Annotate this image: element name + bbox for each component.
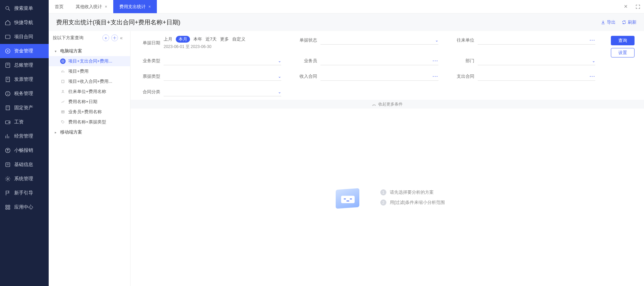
chevron-down-icon: ⌄ — [278, 74, 281, 79]
filter-status-select[interactable]: ⌄ — [320, 36, 438, 45]
scheme-item-s3[interactable]: 项目+收入合同+费用... — [49, 76, 130, 87]
chevron-up-icon: ︽ — [372, 101, 376, 107]
settings-button[interactable]: 设置 — [611, 48, 635, 57]
filter-partner-lookup[interactable]: ··· — [478, 36, 595, 45]
scheme-item-s2[interactable]: 项目+费用 — [49, 66, 130, 76]
filter-salesman-lookup[interactable]: ··· — [320, 56, 438, 65]
wallet-icon — [5, 119, 11, 125]
sidebar-item-system[interactable]: 系统管理 — [0, 172, 49, 186]
collapse-scheme-icon[interactable]: « — [120, 35, 126, 41]
chevron-down-icon: ⌄ — [435, 38, 438, 43]
close-icon[interactable]: × — [148, 4, 151, 9]
gear-icon — [5, 176, 11, 182]
svg-rect-1 — [5, 35, 10, 39]
page-title: 费用支出统计(项目+支出合同+费用名称+日期) — [56, 18, 181, 26]
add-scheme-button[interactable]: + — [102, 34, 109, 41]
page-header: 费用支出统计(项目+支出合同+费用名称+日期) 导出 刷新 — [49, 14, 644, 31]
scheme-settings-button[interactable] — [111, 34, 118, 41]
date-opt-custom[interactable]: 自定义 — [232, 36, 245, 42]
svg-point-11 — [7, 178, 9, 180]
step-badge: 2 — [380, 199, 386, 206]
scheme-item-s7[interactable]: 费用名称+票据类型 — [49, 117, 130, 127]
empty-state: 1请先选择要分析的方案 2用[过滤]条件来缩小分析范围 — [130, 109, 644, 286]
scheme-item-s4[interactable]: 往来单位+费用名称 — [49, 87, 130, 97]
close-all-tabs-button[interactable]: × — [620, 3, 632, 10]
sidebar-item-base[interactable]: 基础信息 — [0, 158, 49, 172]
date-opt-more[interactable]: 更多 — [220, 36, 229, 42]
chevron-down-icon: ⌄ — [278, 90, 281, 94]
ellipsis-icon: ··· — [590, 38, 595, 43]
scheme-item-s5[interactable]: 费用名称+日期 — [49, 97, 130, 107]
svg-rect-19 — [62, 80, 64, 83]
sidebar-item-reimburse[interactable]: 小畅报销 — [0, 143, 49, 158]
svg-rect-10 — [6, 163, 10, 167]
filter-income-contract-lookup[interactable]: ··· — [320, 72, 438, 81]
sidebar-item-guide[interactable]: 新手引导 — [0, 186, 49, 200]
doc-icon — [60, 79, 66, 84]
sidebar-item-manage[interactable]: 经营管理 — [0, 129, 49, 143]
tax-icon — [5, 91, 11, 97]
sidebar-item-quick[interactable]: 快捷导航 — [0, 16, 49, 30]
export-button[interactable]: 导出 — [601, 19, 616, 25]
ellipsis-icon: ··· — [433, 58, 438, 63]
sidebar-item-tax[interactable]: 税务管理 — [0, 87, 49, 101]
date-opt-prev-month[interactable]: 上月 — [164, 36, 172, 42]
tabs-row: 首页 其他收入统计× 费用支出统计× × — [49, 0, 644, 14]
scheme-item-s1[interactable]: 项目+支出合同+费用... — [49, 56, 130, 66]
close-icon[interactable]: × — [105, 4, 107, 9]
refresh-button[interactable]: 刷新 — [622, 19, 637, 25]
chevron-down-icon: ⌄ — [592, 58, 595, 63]
sidebar: 搜索菜单 快捷导航 项目合同 资金管理 总账管理 发票管理 税务管理 固定资产 … — [0, 0, 49, 286]
filter-billtype-select[interactable]: ⌄ — [164, 72, 281, 81]
list-icon — [5, 162, 11, 168]
ellipsis-icon: ··· — [433, 74, 438, 79]
query-button[interactable]: 查询 — [611, 36, 635, 45]
folder-icon — [5, 34, 11, 40]
building-icon — [5, 105, 11, 111]
sidebar-item-search[interactable]: 搜索菜单 — [0, 1, 49, 16]
date-opt-7days[interactable]: 近7天 — [206, 36, 217, 42]
tab-other-income[interactable]: 其他收入统计× — [70, 0, 113, 13]
tab-expense-stats[interactable]: 费用支出统计× — [113, 0, 157, 13]
svg-point-20 — [62, 90, 64, 92]
filters: 单据日期 上月 本月 本年 近7天 更多 自定义 2023-06-01 至 20… — [130, 31, 644, 98]
fullscreen-icon[interactable] — [632, 4, 644, 9]
filter-biztype-select[interactable]: ⌄ — [164, 56, 281, 65]
svg-point-5 — [5, 91, 10, 96]
book-icon — [5, 62, 11, 68]
sidebar-item-salary[interactable]: 工资 — [0, 115, 49, 129]
svg-point-17 — [62, 60, 64, 63]
sidebar-item-contract[interactable]: 项目合同 — [0, 30, 49, 44]
coin-icon — [5, 147, 11, 153]
money-icon — [5, 48, 11, 54]
svg-rect-15 — [8, 208, 10, 210]
svg-rect-3 — [6, 63, 10, 68]
scheme-title: 按以下方案查询 — [53, 35, 100, 41]
filter-expense-contract-lookup[interactable]: ··· — [478, 72, 595, 81]
chart-icon — [5, 133, 11, 139]
date-opt-this-year[interactable]: 本年 — [193, 36, 202, 42]
chevron-right-icon: ▸ — [55, 130, 58, 134]
sidebar-item-ledger[interactable]: 总账管理 — [0, 58, 49, 72]
sidebar-item-asset[interactable]: 固定资产 — [0, 101, 49, 115]
target-icon — [60, 58, 66, 64]
filter-dept-select[interactable]: ⌄ — [478, 56, 595, 65]
scheme-panel: 按以下方案查询 + « ▾电脑端方案 项目+支出合同+费用... 项目+费用 项… — [49, 31, 130, 286]
scheme-group-mobile[interactable]: ▸移动端方案 — [49, 127, 130, 137]
collapse-filters-button[interactable]: ︽ 收起更多条件 — [130, 100, 644, 109]
filter-date: 单据日期 上月 本月 本年 近7天 更多 自定义 2023-06-01 至 20… — [140, 36, 281, 50]
chevron-down-icon: ▾ — [55, 49, 58, 53]
search-icon — [5, 5, 11, 11]
date-range-label: 2023-06-01 至 2023-06-30 — [164, 44, 281, 50]
sidebar-item-fund[interactable]: 资金管理 — [0, 44, 49, 58]
sidebar-item-invoice[interactable]: 发票管理 — [0, 72, 49, 87]
tab-home[interactable]: 首页 — [49, 0, 70, 13]
scheme-item-s6[interactable]: 业务员+费用名称 — [49, 107, 130, 117]
svg-rect-12 — [6, 205, 7, 207]
flag-icon — [5, 190, 11, 196]
scheme-group-pc[interactable]: ▾电脑端方案 — [49, 46, 130, 56]
svg-point-16 — [114, 38, 115, 39]
sidebar-item-appcenter[interactable]: 应用中心 — [0, 200, 49, 214]
filter-contract-cat-select[interactable]: ⌄ — [164, 88, 281, 96]
date-opt-this-month[interactable]: 本月 — [176, 36, 190, 43]
